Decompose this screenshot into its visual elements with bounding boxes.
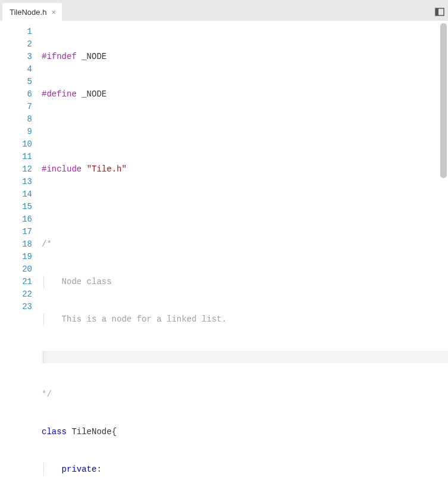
line-number: 19: [0, 251, 32, 263]
line-number: 23: [0, 301, 32, 313]
panel-icon[interactable]: [435, 7, 444, 19]
code-line: #include "Tile.h": [42, 163, 448, 176]
code-line: /*: [42, 238, 448, 251]
line-number: 11: [0, 151, 32, 163]
svg-rect-1: [436, 8, 438, 15]
code-line-current: [42, 351, 448, 363]
close-icon[interactable]: ×: [50, 8, 57, 17]
line-number: 7: [0, 101, 32, 113]
line-number: 5: [0, 76, 32, 88]
line-number: 20: [0, 263, 32, 276]
line-number: 17: [0, 226, 32, 238]
line-number: 18: [0, 238, 32, 251]
code-line: #ifndef _NODE: [42, 51, 448, 63]
line-number: 9: [0, 126, 32, 138]
file-tab[interactable]: TileNode.h ×: [2, 3, 62, 21]
line-number: 8: [0, 113, 32, 126]
line-number: 6: [0, 88, 32, 101]
line-number: 4: [0, 63, 32, 76]
line-number: 13: [0, 176, 32, 188]
tab-label: TileNode.h: [10, 8, 46, 17]
line-number: 22: [0, 288, 32, 301]
code-line: Node class: [42, 276, 448, 288]
scrollbar-thumb[interactable]: [440, 23, 447, 178]
line-number: 2: [0, 38, 32, 51]
code-line: [42, 201, 448, 213]
code-line: [42, 126, 448, 138]
code-editor[interactable]: 1 2 3 4 5 6 7 8 9 10 11 12 13 14 15 16 1…: [0, 21, 448, 480]
line-number: 1: [0, 26, 32, 38]
line-number: 21: [0, 276, 32, 288]
line-number: 3: [0, 51, 32, 63]
line-number: 12: [0, 163, 32, 176]
tab-bar: TileNode.h ×: [0, 0, 448, 21]
line-number: 16: [0, 213, 32, 226]
code-line: This is a node for a linked list.: [42, 313, 448, 326]
line-number: 14: [0, 188, 32, 201]
code-line: private:: [42, 463, 448, 476]
line-gutter: 1 2 3 4 5 6 7 8 9 10 11 12 13 14 15 16 1…: [0, 21, 42, 480]
code-content[interactable]: #ifndef _NODE #define _NODE #include "Ti…: [42, 21, 448, 480]
code-line: #define _NODE: [42, 88, 448, 101]
line-number: 15: [0, 201, 32, 213]
line-number: 10: [0, 138, 32, 151]
code-line: class TileNode{: [42, 426, 448, 438]
code-line: */: [42, 388, 448, 401]
